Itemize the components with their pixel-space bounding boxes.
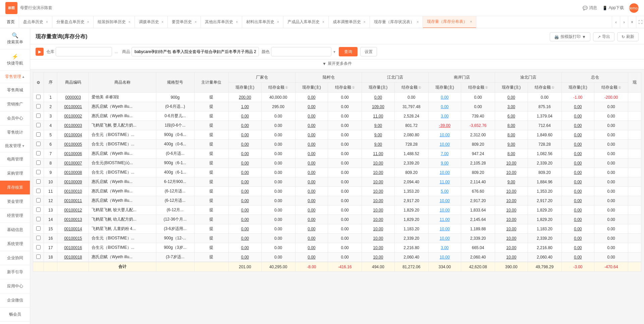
row-checkbox[interactable] xyxy=(33,196,44,205)
refresh-btn[interactable]: ↻ 刷新 xyxy=(617,32,639,41)
row-na-amt: 2,312.00 xyxy=(461,130,495,140)
row-checkbox[interactable] xyxy=(33,111,44,121)
th-settings[interactable]: ⚙ xyxy=(33,73,44,93)
info-icon[interactable]: ① xyxy=(352,86,355,89)
info-icon[interactable]: ① xyxy=(485,86,488,89)
row-checkbox[interactable] xyxy=(33,140,44,149)
info-icon[interactable]: ① xyxy=(285,86,288,89)
table-row: 8 00100007 合生元(BIOSTIME)沁... 900g（6-1...… xyxy=(33,158,641,168)
th-lccang: 陆村仓 xyxy=(295,73,362,83)
row-checkbox[interactable] xyxy=(33,168,44,177)
setting-btn[interactable]: 设置 xyxy=(360,47,377,56)
sidebar-item-inventory[interactable]: 库存核算 xyxy=(0,181,30,195)
sidebar-item-retailshop[interactable]: 零售商城 xyxy=(0,83,30,97)
sidebar-item-marketing[interactable]: 营销推广 xyxy=(0,97,30,111)
row-checkbox[interactable] xyxy=(33,93,44,102)
row-no: 18 xyxy=(44,252,57,262)
goods-input[interactable] xyxy=(131,47,259,56)
tab-costadjust[interactable]: 成本调整单历史 × xyxy=(329,16,370,28)
row-cf-amt: 0.00 xyxy=(261,158,295,168)
close-icon[interactable]: × xyxy=(87,20,89,24)
row-jb-qty: 10.00 xyxy=(362,243,394,252)
nav-maximize-btn[interactable]: ⛶ xyxy=(636,16,644,28)
sidebar-item-ecommerce[interactable]: 电商管理 xyxy=(0,152,30,167)
sidebar-item-finance[interactable]: 资金管理 xyxy=(0,195,30,209)
print-btn[interactable]: 🖨️ 按模版打印 ▼ xyxy=(550,32,590,41)
row-total-amt: 0.00 xyxy=(594,215,628,224)
message-btn[interactable]: 💬 消息 xyxy=(583,5,597,11)
nav-next-btn[interactable]: › xyxy=(620,16,628,28)
sidebar-item-appstore[interactable]: 应用中心 xyxy=(0,279,30,293)
info-icon[interactable]: ① xyxy=(551,86,554,89)
tab-home[interactable]: 首页 xyxy=(3,16,19,28)
row-checkbox[interactable] xyxy=(33,177,44,187)
tab-subinventory[interactable]: 分量盘点单历史 × xyxy=(52,16,94,28)
chevron-down-icon: ▼ xyxy=(22,144,25,148)
tab-assembly[interactable]: 组装拆卸单历史 × xyxy=(94,16,135,28)
sidebar-item-retailstats[interactable]: 零售统计 xyxy=(0,126,30,140)
close-icon[interactable]: × xyxy=(364,20,366,24)
close-icon[interactable]: × xyxy=(417,20,419,24)
row-checkbox[interactable] xyxy=(33,102,44,111)
row-checkbox[interactable] xyxy=(33,205,44,215)
info-icon[interactable]: ① xyxy=(418,86,421,89)
close-icon[interactable]: × xyxy=(46,20,48,24)
sidebar-item-quicknav[interactable]: ⚡ 快捷导航 xyxy=(0,49,30,71)
sidebar-item-member2[interactable]: 畅会员 xyxy=(0,308,30,322)
tab-materialout[interactable]: 材料出库单历史 × xyxy=(242,16,283,28)
row-checkbox[interactable] xyxy=(33,149,44,158)
tab-adjust[interactable]: 调拨单历史 × xyxy=(135,16,168,28)
tab-requisition[interactable]: 要货单历史 × xyxy=(168,16,201,28)
close-icon[interactable]: × xyxy=(322,20,324,24)
color-input[interactable] xyxy=(271,47,331,56)
sidebar-item-newguide[interactable]: 新手引导 xyxy=(0,265,30,279)
expand-more-btn[interactable]: ▼ 展开更多条件 xyxy=(36,60,639,67)
close-icon[interactable]: × xyxy=(128,20,130,24)
row-checkbox[interactable] xyxy=(33,224,44,234)
row-checkbox[interactable] xyxy=(33,121,44,130)
row-checkbox[interactable] xyxy=(33,252,44,262)
row-code: 00100002 xyxy=(57,111,89,121)
sidebar-item-enterprise[interactable]: 企业协同 xyxy=(0,251,30,265)
row-yb-amt: 1,379.04 xyxy=(528,111,561,121)
sidebar-item-retail[interactable]: 零售管理 ▲ xyxy=(0,71,30,83)
sidebar-item-wholesale[interactable]: 批发管理 ▼ xyxy=(0,140,30,152)
sidebar-item-member[interactable]: 会员中心 xyxy=(0,111,30,126)
tab-inventory[interactable]: 盘点单历史 × xyxy=(19,16,52,28)
row-checkbox[interactable] xyxy=(33,158,44,168)
close-icon[interactable]: × xyxy=(236,20,238,24)
nav-close-all-btn[interactable]: × xyxy=(628,16,636,28)
sidebar-item-search[interactable]: 🔍 搜索英单 xyxy=(0,28,30,49)
row-checkbox[interactable] xyxy=(33,187,44,196)
export-btn[interactable]: ↗ 导出 xyxy=(593,32,614,41)
app-download-btn[interactable]: 📱 App下载 xyxy=(602,5,624,11)
row-checkbox[interactable] xyxy=(33,215,44,224)
info-icon[interactable]: ① xyxy=(618,86,621,89)
warehouse-input[interactable] xyxy=(56,47,112,56)
sidebar-item-operations[interactable]: 经营管理 xyxy=(0,209,30,223)
row-checkbox[interactable] xyxy=(33,234,44,243)
row-checkbox[interactable] xyxy=(33,130,44,140)
search-toggle-btn[interactable]: ▶ xyxy=(36,48,44,56)
sidebar-item-basicinfo[interactable]: 基础信息 xyxy=(0,223,30,237)
nav-prev-btn[interactable]: ‹ xyxy=(612,16,620,28)
close-icon[interactable]: × xyxy=(277,20,279,24)
sidebar-item-purchase[interactable]: 采购管理 xyxy=(0,167,30,181)
row-lc-qty: 0.00 xyxy=(295,121,328,130)
close-icon[interactable]: × xyxy=(470,20,472,24)
tab-otherout[interactable]: 其他出库单历史 × xyxy=(201,16,242,28)
close-icon[interactable]: × xyxy=(195,20,197,24)
tab-productin[interactable]: 产成品入库单历史 × xyxy=(283,16,329,28)
row-checkbox[interactable] xyxy=(33,243,44,252)
row-lc-amt: 0.00 xyxy=(328,149,362,158)
sidebar-item-corpwx[interactable]: 企业微信 xyxy=(0,293,30,308)
settings-icon[interactable]: ⚙ xyxy=(37,80,40,85)
warehouse-dots-btn[interactable]: ... xyxy=(113,49,119,54)
user-avatar-area[interactable]: demo2 xyxy=(629,3,639,13)
row-na-amt: 2,114.40 xyxy=(461,177,495,187)
query-btn[interactable]: 查询 xyxy=(339,47,358,56)
tab-stockdist[interactable]: 现存量（库存分布表） × xyxy=(423,16,476,28)
tab-stockstatus[interactable]: 现存量（库存状况表） × xyxy=(370,16,423,28)
close-icon[interactable]: × xyxy=(162,20,164,24)
sidebar-item-sysadmin[interactable]: 系统管理 xyxy=(0,237,30,251)
